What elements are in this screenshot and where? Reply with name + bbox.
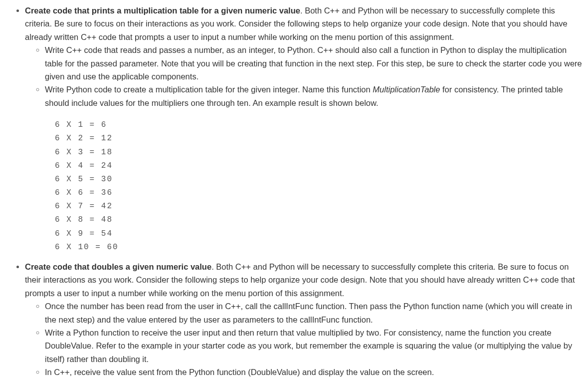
- item2-sub2: Write a Python function to receive the u…: [45, 326, 583, 366]
- instruction-list: Create code that prints a multiplication…: [5, 4, 583, 379]
- example-output: 6 X 1 = 6 6 X 2 = 12 6 X 3 = 18 6 X 4 = …: [55, 118, 583, 254]
- item1-bold: Create code that prints a multiplication…: [25, 6, 300, 15]
- instruction-item-1: Create code that prints a multiplication…: [25, 4, 583, 254]
- item1-sub2-ital: MultiplicationTable: [373, 85, 440, 94]
- item2-sub3: In C++, receive the value sent from the …: [45, 366, 583, 379]
- item2-sublist: Once the number has been read from the u…: [25, 300, 583, 379]
- item2-bold: Create code that doubles a given numeric…: [25, 262, 211, 271]
- item1-sub2-a: Write Python code to create a multiplica…: [45, 85, 373, 94]
- item1-sublist: Write C++ code that reads and passes a n…: [25, 43, 583, 109]
- instruction-item-2: Create code that doubles a given numeric…: [25, 260, 583, 379]
- item1-sub2: Write Python code to create a multiplica…: [45, 83, 583, 109]
- item2-sub1: Once the number has been read from the u…: [45, 300, 583, 326]
- item1-sub1: Write C++ code that reads and passes a n…: [45, 43, 583, 83]
